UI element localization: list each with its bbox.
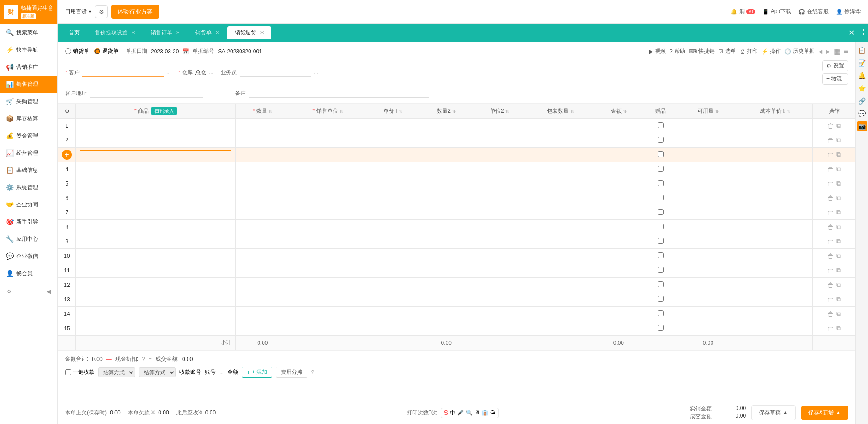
save-new-btn[interactable]: 保存&新增 ▲ [801,406,848,420]
address-dots[interactable]: ... [205,91,210,97]
discount-help-icon[interactable]: ? [142,356,145,362]
delete-row-7-btn[interactable]: 🗑 [827,209,834,216]
gift-checkbox-5[interactable] [658,180,664,186]
gift-checkbox-13[interactable] [658,296,664,302]
tab-close-sale-return[interactable]: ✕ [260,30,264,36]
gift-checkbox-4[interactable] [658,166,664,172]
sidebar-item-finance[interactable]: 💰 资金管理 [0,127,57,144]
delete-row-8-btn[interactable]: 🗑 [827,224,834,231]
history-btn[interactable]: 🕐 历史单据 [784,48,815,55]
copy-row-3-btn[interactable]: ⧉ [836,151,841,158]
add-payment-btn[interactable]: + + 添加 [242,367,272,378]
sidebar-item-operations[interactable]: 📈 经营管理 [0,144,57,162]
tab-close-sale-order[interactable]: ✕ [176,30,180,36]
sidebar-item-marketing[interactable]: 📢 营销推广 [0,58,57,76]
delete-row-12-btn[interactable]: 🗑 [827,281,834,289]
gift-checkbox-1[interactable] [658,122,664,128]
fee-split-btn[interactable]: 费用分摊 [276,367,307,378]
user-profile-item[interactable]: 👤 徐泽华 [836,8,861,15]
trial-btn[interactable]: 体验行业方案 [111,5,159,19]
copy-row-12-btn[interactable]: ⧉ [836,281,841,289]
sidebar-item-apps[interactable]: 🔧 应用中心 [0,230,57,248]
tab-sale-return[interactable]: 销货退货 ✕ [227,26,271,39]
doc-settings-btn[interactable]: ⚙ 设置 [822,60,848,71]
sidebar-item-enterprise[interactable]: 🤝 企业协同 [0,196,57,213]
delete-row-2-btn[interactable]: 🗑 [827,137,834,144]
delete-row-3-btn[interactable]: 🗑 [827,151,834,158]
list-view-btn[interactable]: ≡ [844,48,848,56]
gift-checkbox-10[interactable] [658,252,664,258]
rs-btn-2[interactable]: 📝 [857,58,867,68]
online-service-item[interactable]: 🎧 在线客服 [798,8,829,15]
gift-checkbox-2[interactable] [658,137,664,143]
copy-row-7-btn[interactable]: ⧉ [836,209,841,216]
address-input[interactable] [90,89,203,98]
gift-checkbox-8[interactable] [658,224,664,229]
shortcut-btn[interactable]: ⌨ 快捷键 [689,48,715,55]
tabbar-close-btn[interactable]: ✕ [849,29,854,37]
add-logistics-btn[interactable]: + 物流 [822,73,848,85]
sidebar-item-wechat[interactable]: 💬 企业微信 [0,248,57,265]
tab-home[interactable]: 首页 [61,26,87,39]
help-btn[interactable]: ? 帮助 [670,48,685,55]
fee-help-icon[interactable]: ? [311,369,314,376]
account-dots[interactable]: ... [219,369,224,376]
copy-row-4-btn[interactable]: ⧉ [836,165,841,173]
delete-row-4-btn[interactable]: 🗑 [827,166,834,173]
app-download-item[interactable]: 📱 App下载 [762,8,791,15]
sidebar-item-basic[interactable]: 📋 基础信息 [0,162,57,179]
delete-row-6-btn[interactable]: 🗑 [827,195,834,202]
operate-btn[interactable]: ⚡ 操作 [761,48,781,55]
select-doc-btn[interactable]: ☑ 选单 [718,48,736,55]
rs-btn-5[interactable]: 🔗 [857,96,867,106]
copy-row-13-btn[interactable]: ⧉ [836,295,841,303]
delete-row-1-btn[interactable]: 🗑 [827,122,834,129]
gift-checkbox-3[interactable] [658,151,664,157]
sidebar-item-search[interactable]: 🔍 搜索菜单 [0,24,57,41]
notification-item[interactable]: 🔔 消 70 [731,8,755,15]
sidebar-item-newuser[interactable]: 🎯 新手引导 [0,213,57,230]
gift-checkbox-6[interactable] [658,195,664,200]
next-history-btn[interactable]: ▶ [826,48,830,55]
sidebar-item-inventory[interactable]: 📦 库存核算 [0,110,57,127]
tab-close-sale-delivery[interactable]: ✕ [215,30,219,36]
copy-row-6-btn[interactable]: ⧉ [836,194,841,202]
rs-btn-4[interactable]: ⭐ [857,83,867,93]
sidebar-item-member[interactable]: 👤 畅会员 [0,265,57,282]
sidebar-settings-btn[interactable]: ⚙ [4,286,14,297]
copy-row-5-btn[interactable]: ⧉ [836,180,841,187]
warehouse-dots[interactable]: ... [209,69,213,76]
add-row-btn[interactable]: + [62,150,72,160]
calculation-select[interactable]: 结算方式 [139,367,176,377]
calendar-icon[interactable]: 📅 [182,48,189,55]
tab-sale-delivery[interactable]: 销货单 ✕ [188,26,226,39]
gift-checkbox-12[interactable] [658,281,664,287]
copy-row-11-btn[interactable]: ⧉ [836,267,841,274]
sidebar-item-sales[interactable]: 📊 销售管理 [0,76,57,93]
rs-btn-6[interactable]: 💬 [857,109,867,119]
topbar-settings-btn[interactable]: ⚙ [95,5,108,18]
gift-checkbox-7[interactable] [658,209,664,215]
tab-sale-price[interactable]: 售价提取设置 ✕ [88,26,142,39]
sidebar-item-shortcut[interactable]: ⚡ 快捷导航 [0,41,57,58]
prev-history-btn[interactable]: ◀ [818,48,822,55]
delete-row-9-btn[interactable]: 🗑 [827,238,834,245]
scan-btn[interactable]: 扫码录入 [151,107,177,115]
copy-row-10-btn[interactable]: ⧉ [836,252,841,260]
customer-input[interactable] [82,68,164,77]
save-draft-btn[interactable]: 保存草稿 ▲ [751,405,796,420]
sidebar-collapse-btn[interactable]: ◀ [43,286,54,297]
tabbar-maximize-btn[interactable]: ⛶ [857,29,864,37]
copy-row-15-btn[interactable]: ⧉ [836,324,841,332]
gift-checkbox-11[interactable] [658,267,664,273]
copy-row-8-btn[interactable]: ⧉ [836,223,841,231]
grid-view-btn[interactable]: ▦ [834,47,840,56]
delete-row-13-btn[interactable]: 🗑 [827,296,834,303]
staff-dots[interactable]: ... [314,69,318,76]
sidebar-item-purchase[interactable]: 🛒 采购管理 [0,93,57,110]
customer-dots[interactable]: ... [166,69,171,76]
delete-row-14-btn[interactable]: 🗑 [827,310,834,318]
copy-row-9-btn[interactable]: ⧉ [836,238,841,245]
staff-input[interactable] [240,68,311,77]
delete-row-10-btn[interactable]: 🗑 [827,252,834,260]
